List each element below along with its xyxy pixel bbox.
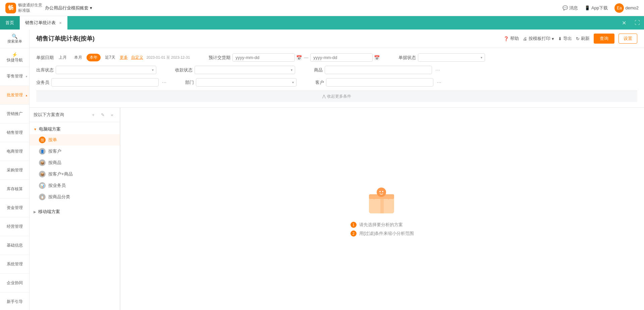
customer-input[interactable] xyxy=(326,78,433,87)
logo-icon: 畅 xyxy=(5,3,16,13)
scheme-add-button[interactable]: + xyxy=(90,111,97,118)
sidebar-item-enterprise[interactable]: 企业协同 xyxy=(0,274,29,293)
sidebar-item-marketing[interactable]: 营销推广 xyxy=(0,105,29,123)
refresh-button[interactable]: ↻ 刷新 xyxy=(576,36,590,42)
sidebar-item-wholesale[interactable]: 批发管理 xyxy=(0,86,29,105)
date-more-button[interactable]: 更多 xyxy=(120,55,128,60)
sidebar-item-retail[interactable]: 零售管理 xyxy=(0,67,29,86)
filter-row-1: 单据日期 上月 本月 本年 近7天 更多 自定义 2023-01-01 至 20… xyxy=(36,53,637,62)
logo-text: 畅捷通好生意 标准版 xyxy=(18,3,42,13)
sidebar-item-newbie[interactable]: 新手引导 xyxy=(0,293,29,310)
avatar: Ea xyxy=(614,3,624,13)
scheme-item-by-cust-goods[interactable]: 📦 按客户+商品 xyxy=(30,168,120,180)
scheme-collapse-button[interactable]: « xyxy=(108,111,116,118)
search-icon: 🔍 xyxy=(12,34,17,39)
filter-panel: 单据日期 上月 本月 本年 近7天 更多 自定义 2023-01-01 至 20… xyxy=(30,48,644,108)
group-collapsed-icon: ▶ xyxy=(34,210,36,214)
expected-delivery-end[interactable] xyxy=(310,53,373,62)
sidebar-item-sales[interactable]: 销售管理 xyxy=(0,123,29,142)
department-select-wrapper: ▾ xyxy=(196,78,297,87)
scheme-item-by-order[interactable]: 按 按单 xyxy=(30,134,120,146)
scheme-item-by-customer[interactable]: 👤 按客户 xyxy=(30,146,120,157)
filter-receipt-status: 收款状态 ▾ xyxy=(175,66,295,74)
calendar-start-icon[interactable]: 📅 xyxy=(296,55,302,60)
salesperson-input[interactable] xyxy=(51,78,159,87)
help-icon: ❓ xyxy=(503,36,509,41)
tab-home[interactable]: 首页 xyxy=(0,16,20,30)
filter-shipping-status: 出库状态 ▾ xyxy=(36,66,156,74)
tab-controls: ✕ ⛶ xyxy=(617,16,644,30)
scheme-group-mobile-header[interactable]: ▶ 移动端方案 xyxy=(30,207,120,217)
order-status-label: 单据状态 xyxy=(398,55,416,61)
template-print-button[interactable]: 🖨 按模板打印 ▾ xyxy=(523,36,554,42)
window-maximize-button[interactable]: ⛶ xyxy=(631,16,644,30)
tab-sales-order-stat[interactable]: 销售订单统计表 ✕ xyxy=(20,16,67,30)
sidebar-item-base[interactable]: 基础信息 xyxy=(0,236,29,255)
query-button[interactable]: 查询 xyxy=(594,34,614,44)
scheme-item-icon: 按 xyxy=(39,137,46,143)
expected-delivery-label: 预计交货期 xyxy=(209,55,230,61)
salesperson-more-icon[interactable]: ··· xyxy=(162,80,166,86)
help-button[interactable]: ❓ 帮助 xyxy=(503,36,519,42)
window-close-button[interactable]: ✕ xyxy=(617,16,631,30)
user-profile[interactable]: Ea demo2 xyxy=(614,3,639,13)
message-button[interactable]: 💬 消息 xyxy=(562,5,578,11)
settings-button[interactable]: 设置 xyxy=(619,34,637,44)
sidebar-item-purchase[interactable]: 采购管理 xyxy=(0,161,29,180)
collapse-bar[interactable]: ⋀ 收起更多条件 xyxy=(36,91,637,102)
sidebar: 🔍 搜索菜单 ⚡ 快捷导航 零售管理 批发管理 营销推广 销售管理 电商管理 采… xyxy=(0,30,30,310)
sidebar-item-inventory[interactable]: 库存核算 xyxy=(0,180,29,199)
scheme-item-by-goods-cat[interactable]: 📋 按商品分类 xyxy=(30,191,120,203)
shipping-status-select[interactable] xyxy=(56,66,156,74)
app-download-button[interactable]: 📱 App下载 xyxy=(585,5,608,11)
sidebar-item-quick-nav[interactable]: ⚡ 快捷导航 xyxy=(0,48,29,67)
print-icon: 🖨 xyxy=(523,36,527,41)
tip-number-2: 2 xyxy=(351,230,357,237)
calendar-end-icon[interactable]: 📅 xyxy=(374,55,380,60)
goods-more-icon[interactable]: ··· xyxy=(435,67,440,73)
page-title-bar: 销售订单统计表(按单) ❓ 帮助 🖨 按模板打印 ▾ ⬇ 导出 ↻ 刷新 xyxy=(30,30,644,48)
empty-tip-2: 2 用[过滤]条件来缩小分析范围 xyxy=(351,230,414,237)
breadcrumb-arrow-icon: ▾ xyxy=(90,5,92,10)
shipping-status-label: 出库状态 xyxy=(36,67,54,73)
scheme-edit-button[interactable]: ✎ xyxy=(99,111,106,118)
sidebar-item-ecommerce[interactable]: 电商管理 xyxy=(0,142,29,161)
sidebar-item-finance[interactable]: 资金管理 xyxy=(0,199,29,217)
scheme-item-icon-goods-cat: 📋 xyxy=(39,194,46,200)
scheme-item-by-salesperson[interactable]: 📊 按业务员 xyxy=(30,180,120,191)
scheme-header-title: 按以下方案查询 xyxy=(34,112,64,118)
sidebar-item-system[interactable]: 系统管理 xyxy=(0,255,29,274)
sidebar-search[interactable]: 🔍 搜索菜单 xyxy=(0,30,29,48)
date-range-display: 2023-01-01 至 2023-12-31 xyxy=(147,55,190,60)
expected-delivery-date-group: 📅 — 📅 xyxy=(232,53,380,62)
empty-svg-illustration xyxy=(362,182,402,215)
receipt-status-label: 收款状态 xyxy=(175,67,193,73)
tab-close-icon[interactable]: ✕ xyxy=(59,21,62,25)
goods-input[interactable] xyxy=(325,66,432,74)
export-button[interactable]: ⬇ 导出 xyxy=(558,36,572,42)
order-status-select[interactable] xyxy=(418,53,485,62)
scheme-item-icon-customer: 👤 xyxy=(39,148,46,155)
page-title: 销售订单统计表(按单) xyxy=(36,35,95,43)
content-area: 销售订单统计表(按单) ❓ 帮助 🖨 按模板打印 ▾ ⬇ 导出 ↻ 刷新 xyxy=(30,30,644,310)
date-last7[interactable]: 近7天 xyxy=(102,54,118,61)
order-status-select-wrapper: ▾ xyxy=(418,53,485,62)
expected-delivery-start[interactable] xyxy=(232,53,295,62)
date-this-month[interactable]: 本月 xyxy=(71,54,85,61)
date-this-year[interactable]: 本年 xyxy=(87,54,101,61)
scheme-group-desktop-header[interactable]: ▼ 电脑端方案 xyxy=(30,124,120,134)
department-select[interactable] xyxy=(196,78,297,87)
filter-order-status: 单据状态 ▾ xyxy=(398,53,485,62)
empty-illustration xyxy=(362,182,402,215)
customer-more-icon[interactable]: ··· xyxy=(437,80,441,86)
scheme-item-by-goods[interactable]: 📦 按商品 xyxy=(30,157,120,168)
empty-state: 1 请先选择要分析的方案 2 用[过滤]条件来缩小分析范围 xyxy=(120,108,644,310)
date-custom-button[interactable]: 自定义 xyxy=(131,55,143,60)
svg-point-5 xyxy=(382,191,383,192)
date-prev-month[interactable]: 上月 xyxy=(56,54,70,61)
logo-area: 畅 畅捷通好生意 标准版 xyxy=(5,3,42,13)
breadcrumb[interactable]: 办公用品行业模拟账套 ▾ xyxy=(45,5,92,11)
receipt-status-select[interactable] xyxy=(195,66,295,74)
sidebar-item-operations[interactable]: 经营管理 xyxy=(0,217,29,236)
svg-rect-2 xyxy=(380,194,384,213)
